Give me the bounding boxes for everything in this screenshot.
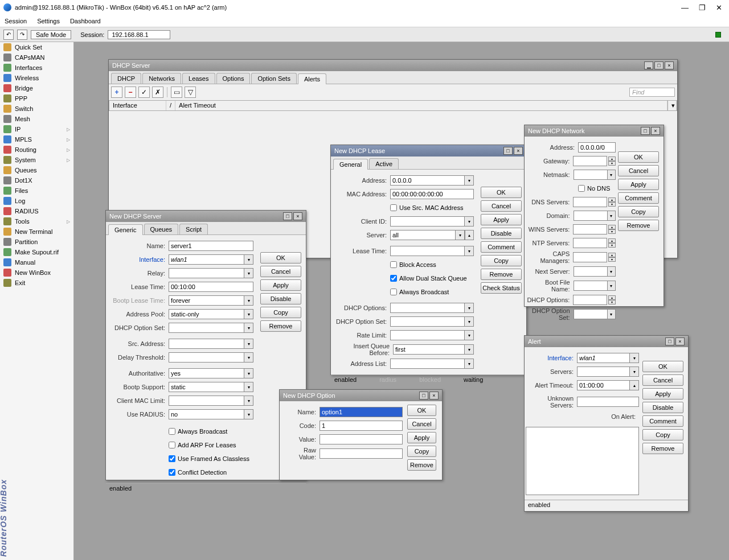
apply-button[interactable]: Apply — [407, 432, 436, 443]
disable-button[interactable]: Disable — [642, 402, 683, 413]
domain-input[interactable] — [574, 211, 608, 221]
window-new-dhcp-network[interactable]: New DHCP Network □× Address: Gateway:▴▾ … — [524, 125, 664, 307]
window-new-dhcp-lease[interactable]: New DHCP Lease □× GeneralActive Address:… — [330, 145, 527, 375]
remove-button[interactable]: − — [125, 87, 136, 98]
maximize-button[interactable]: ❐ — [699, 3, 706, 12]
copy-button[interactable]: Copy — [642, 429, 683, 440]
add-button[interactable]: + — [111, 87, 122, 98]
sidebar-item-system[interactable]: System▷ — [0, 155, 73, 165]
tab-alerts[interactable]: Alerts — [298, 73, 326, 84]
sidebar-item-interfaces[interactable]: Interfaces — [0, 63, 73, 73]
sidebar-item-switch[interactable]: Switch — [0, 104, 73, 114]
max-icon[interactable]: □ — [641, 127, 650, 135]
copy-button[interactable]: Copy — [618, 206, 659, 217]
sidebar-item-mesh[interactable]: Mesh — [0, 114, 73, 124]
window-new-dhcp-server[interactable]: New DHCP Server □× GenericQueuesScript N… — [105, 210, 306, 480]
rate-limit-input[interactable] — [390, 330, 465, 340]
col-alert-timeout[interactable]: Alert Timeout — [175, 101, 667, 110]
safe-mode-button[interactable]: Safe Mode — [31, 30, 71, 39]
min-icon[interactable]: ▁ — [644, 61, 653, 69]
sidebar-item-ip[interactable]: IP▷ — [0, 124, 73, 134]
sidebar-item-new-terminal[interactable]: New Terminal — [0, 227, 73, 237]
tab-option-sets[interactable]: Option Sets — [251, 73, 296, 84]
tab-dhcp[interactable]: DHCP — [111, 73, 141, 84]
minimize-button[interactable]: — — [681, 3, 689, 12]
option-value-input[interactable] — [320, 434, 403, 444]
sidebar-item-partition[interactable]: Partition — [0, 237, 73, 247]
max-icon[interactable]: □ — [419, 392, 428, 400]
dhcp-options-input[interactable] — [390, 303, 465, 313]
next-server-input[interactable] — [574, 266, 608, 277]
interface-select[interactable] — [169, 254, 244, 265]
ok-button[interactable]: OK — [481, 187, 522, 198]
sidebar-item-quick-set[interactable]: Quick Set — [0, 42, 73, 52]
on-alert-textarea[interactable] — [526, 427, 639, 495]
col-interface[interactable]: Interface — [109, 101, 166, 110]
window-new-dhcp-option[interactable]: New DHCP Option □× Name: Code: Value: Ra… — [279, 389, 443, 480]
tab-options[interactable]: Options — [216, 73, 251, 84]
comment-button[interactable]: Comment — [481, 241, 522, 253]
option-raw-value-input[interactable] — [320, 448, 403, 459]
tab-queues[interactable]: Queues — [144, 224, 179, 234]
remove-button[interactable]: Remove — [618, 220, 659, 231]
dns-servers-input[interactable] — [573, 197, 607, 207]
close-icon[interactable]: × — [293, 212, 302, 220]
address-pool-select[interactable] — [169, 309, 244, 319]
sidebar-item-bridge[interactable]: Bridge — [0, 83, 73, 93]
sidebar-item-dot1x[interactable]: Dot1X — [0, 175, 73, 186]
tab-active[interactable]: Active — [369, 158, 399, 169]
relay-input[interactable] — [169, 268, 244, 278]
comment-button[interactable]: ▭ — [171, 87, 182, 98]
apply-button[interactable]: Apply — [618, 179, 659, 190]
cancel-button[interactable]: Cancel — [407, 418, 436, 430]
delay-threshold-input[interactable] — [169, 352, 244, 363]
address-list-input[interactable] — [390, 359, 465, 369]
sidebar-item-exit[interactable]: Exit — [0, 278, 73, 288]
sidebar-item-queues[interactable]: Queues — [0, 165, 73, 175]
client-id-input[interactable] — [390, 216, 465, 227]
find-input[interactable]: Find — [629, 88, 675, 97]
ok-button[interactable]: OK — [618, 151, 659, 163]
disable-button[interactable]: ✗ — [152, 87, 163, 98]
netmask-input[interactable] — [574, 170, 608, 180]
name-input[interactable] — [169, 241, 253, 251]
tab-networks[interactable]: Networks — [142, 73, 181, 84]
servers-input[interactable] — [577, 367, 630, 377]
remove-button[interactable]: Remove — [260, 320, 301, 332]
max-icon[interactable]: □ — [654, 61, 664, 69]
boot-file-input[interactable] — [574, 281, 608, 291]
tab-generic[interactable]: Generic — [108, 224, 143, 235]
filter-button[interactable]: ▽ — [185, 87, 196, 98]
check-status-button[interactable]: Check Status — [481, 282, 522, 294]
menu-settings[interactable]: Settings — [37, 18, 60, 24]
remove-button[interactable]: Remove — [481, 269, 522, 280]
cancel-button[interactable]: Cancel — [642, 374, 683, 386]
address-input[interactable] — [578, 142, 616, 153]
column-dropdown-icon[interactable]: ▾ — [667, 101, 677, 110]
max-icon[interactable]: □ — [665, 337, 674, 345]
close-icon[interactable]: × — [429, 392, 439, 400]
insert-queue-select[interactable] — [393, 344, 465, 355]
dhcp-options-input[interactable] — [573, 295, 607, 305]
authoritative-select[interactable] — [169, 368, 244, 378]
dhcp-option-set-input[interactable] — [574, 309, 608, 319]
sidebar-item-wireless[interactable]: Wireless — [0, 73, 73, 83]
sidebar-item-manual[interactable]: Manual — [0, 257, 73, 267]
sidebar-item-routing[interactable]: Routing▷ — [0, 145, 73, 155]
window-alert[interactable]: Alert □× Interface:▾ Servers:▾ Alert Tim… — [524, 335, 689, 512]
close-icon[interactable]: × — [651, 127, 660, 135]
menu-dashboard[interactable]: Dashboard — [70, 18, 101, 24]
close-icon[interactable]: × — [514, 147, 523, 155]
tab-script[interactable]: Script — [179, 224, 208, 234]
sidebar-item-make-supout-rif[interactable]: Make Supout.rif — [0, 247, 73, 257]
caps-managers-input[interactable] — [573, 252, 607, 262]
cancel-button[interactable]: Cancel — [260, 266, 301, 277]
sidebar-item-tools[interactable]: Tools▷ — [0, 216, 73, 227]
comment-button[interactable]: Comment — [618, 192, 659, 204]
tab-leases[interactable]: Leases — [182, 73, 215, 84]
ok-button[interactable]: OK — [407, 405, 436, 416]
src-address-input[interactable] — [169, 339, 244, 349]
close-icon[interactable]: × — [675, 337, 685, 345]
menu-session[interactable]: Session — [5, 18, 27, 24]
gateway-input[interactable] — [573, 156, 607, 166]
